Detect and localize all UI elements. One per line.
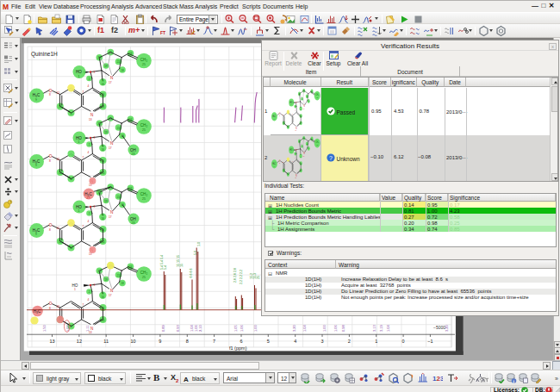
- svg-text:8: 8: [186, 339, 189, 344]
- svg-text:25: 25: [257, 276, 260, 279]
- svg-text:6 6 6 6: 6 6 6 6: [190, 269, 193, 278]
- svg-text:H₃C: H₃C: [34, 309, 41, 314]
- svg-text:0.93: 0.93: [176, 324, 180, 332]
- svg-text:3.19: 3.19: [379, 324, 383, 332]
- svg-text:H₃C: H₃C: [84, 192, 92, 196]
- svg-text:1.05: 1.05: [233, 324, 238, 332]
- svg-text:5: 5: [267, 339, 270, 344]
- svg-text:27: 27: [87, 196, 90, 200]
- svg-text:3.20: 3.20: [292, 324, 296, 332]
- svg-text:15: 15: [180, 264, 184, 267]
- svg-text:0.89: 0.89: [161, 324, 165, 332]
- svg-text:1.06: 1.06: [240, 324, 244, 332]
- svg-text:1.50: 1.50: [42, 324, 47, 332]
- svg-text:6: 6: [240, 339, 242, 344]
- svg-text:5.0: 5.0: [194, 251, 197, 255]
- svg-text:2.10: 2.10: [198, 324, 202, 332]
- svg-text:1.00: 1.00: [322, 324, 327, 332]
- svg-text:1: 1: [375, 339, 377, 344]
- svg-text:3: 3: [440, 375, 443, 383]
- svg-text:0: 0: [402, 339, 405, 344]
- svg-text:?: ?: [329, 155, 333, 161]
- svg-text:13: 13: [49, 339, 54, 344]
- svg-text:3.13: 3.13: [372, 324, 376, 332]
- svg-text:12: 12: [77, 339, 82, 344]
- svg-text:4: 4: [294, 339, 296, 344]
- svg-text:1.04: 1.04: [302, 324, 307, 332]
- svg-text:2: 2: [348, 339, 351, 344]
- svg-text:1.04: 1.04: [190, 324, 194, 332]
- svg-text:5.4: 5.4: [164, 265, 167, 270]
- svg-text:2.6 2.6 2.6: 2.6 2.6 2.6: [233, 268, 237, 283]
- svg-text:Quinine1H: Quinine1H: [31, 51, 58, 58]
- svg-text:7: 7: [213, 339, 215, 344]
- svg-text:1.04: 1.04: [386, 324, 390, 332]
- svg-text:0.98: 0.98: [341, 324, 345, 332]
- svg-text:1.11: 1.11: [85, 325, 90, 332]
- svg-text:f1 (ppm): f1 (ppm): [229, 345, 247, 351]
- svg-text:11: 11: [103, 339, 109, 344]
- svg-text:3: 3: [320, 339, 323, 344]
- svg-text:9: 9: [159, 339, 161, 344]
- svg-text:1.0: 1.0: [197, 242, 201, 246]
- svg-text:1.00: 1.00: [253, 324, 258, 332]
- svg-text:−1: −1: [427, 339, 432, 344]
- svg-text:1: 1: [74, 288, 76, 291]
- svg-text:HO: HO: [72, 283, 78, 288]
- svg-text:2.2 2.2 2.2: 2.2 2.2 2.2: [240, 270, 243, 284]
- svg-text:10: 10: [131, 339, 136, 344]
- svg-text:−5000: −5000: [433, 325, 445, 330]
- svg-text:1.06: 1.06: [333, 324, 338, 332]
